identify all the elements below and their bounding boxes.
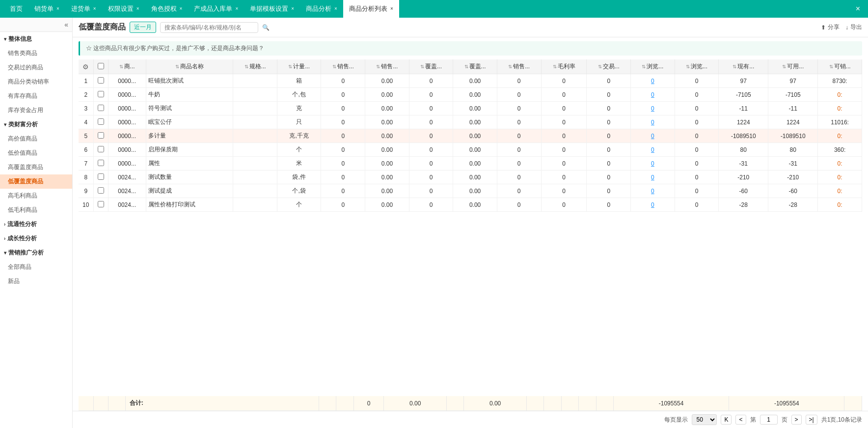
row-checkbox[interactable] (93, 129, 108, 143)
row-select-checkbox[interactable] (98, 160, 104, 166)
sidebar-item-all-goods[interactable]: 全部商品 (0, 260, 72, 274)
row-checkbox[interactable] (93, 115, 108, 129)
sidebar-section-marketing[interactable]: ▾ 营销推广分析 (0, 246, 72, 260)
nav-item-product-analysis[interactable]: 商品分析 × (300, 0, 343, 18)
row-select-checkbox[interactable] (98, 146, 104, 152)
column-name[interactable]: ⇅商品名称 (146, 59, 233, 74)
column-current[interactable]: ⇅现有... (719, 59, 768, 74)
sidebar-item-in-stock[interactable]: 有库存商品 (0, 89, 72, 103)
sidebar-item-capital-occupation[interactable]: 库存资金占用 (0, 103, 72, 117)
close-icon[interactable]: × (56, 0, 59, 18)
column-available[interactable]: ⇅可用... (768, 59, 818, 74)
search-input[interactable] (160, 22, 258, 33)
row-checkbox[interactable] (93, 102, 108, 115)
nav-item-template-settings[interactable]: 单据模板设置 × (244, 0, 300, 18)
nav-item-permissions[interactable]: 权限设置 × (102, 0, 145, 18)
row-browse1[interactable]: 0 (631, 198, 675, 212)
search-icon[interactable]: 🔍 (262, 24, 270, 31)
info-banner: ☆ 这些商品只有很少客户购买过，是推广不够，还是商品本身问题？ (79, 41, 862, 56)
sidebar-item-high-value[interactable]: 高价值商品 (0, 132, 72, 146)
close-icon[interactable]: × (235, 0, 238, 18)
row-select-checkbox[interactable] (98, 77, 104, 84)
column-browse1[interactable]: ⇅浏览... (631, 59, 675, 74)
row-checkbox[interactable] (93, 184, 108, 198)
row-checkbox[interactable] (93, 74, 108, 88)
page-input[interactable] (760, 415, 778, 425)
column-code[interactable]: ⇅商... (108, 59, 146, 74)
close-icon[interactable]: × (334, 0, 337, 18)
row-checkbox[interactable] (93, 143, 108, 157)
row-browse1[interactable]: 0 (631, 184, 675, 198)
sidebar-item-traded-goods[interactable]: 交易过的商品 (0, 60, 72, 75)
row-checkbox[interactable] (93, 157, 108, 171)
nav-item-roles[interactable]: 角色授权 × (145, 0, 189, 18)
sort-icon: ⇅ (642, 64, 646, 69)
sidebar-item-new-goods[interactable]: 新品 (0, 274, 72, 288)
column-settings[interactable]: ⚙ (79, 59, 93, 74)
next-page-button[interactable]: > (791, 415, 802, 425)
row-browse1[interactable]: 0 (631, 157, 675, 171)
nav-item-finished-goods[interactable]: 产成品入库单 × (188, 0, 244, 18)
sidebar-item-low-margin[interactable]: 低毛利商品 (0, 203, 72, 217)
per-page-select[interactable]: 50 20 100 200 (692, 414, 717, 425)
row-select-checkbox[interactable] (98, 132, 104, 139)
column-coverage1[interactable]: ⇅覆盖... (409, 59, 453, 74)
sidebar-item-category-rate[interactable]: 商品分类动销率 (0, 75, 72, 89)
row-coverage2: 0.00 (453, 129, 497, 143)
first-page-button[interactable]: K (721, 415, 732, 425)
close-icon[interactable]: × (93, 0, 96, 18)
column-margin[interactable]: ⇅毛利率 (541, 59, 587, 74)
row-select-checkbox[interactable] (98, 105, 104, 111)
nav-item-sales[interactable]: 销货单 × (28, 0, 65, 18)
sidebar-item-sales-goods[interactable]: 销售类商品 (0, 46, 72, 60)
export-button[interactable]: ↓ 导出 (845, 23, 862, 31)
row-browse1[interactable]: 0 (631, 88, 675, 102)
sidebar-item-high-coverage[interactable]: 高覆盖度商品 (0, 160, 72, 174)
row-browse1[interactable]: 0 (631, 129, 675, 143)
row-browse1[interactable]: 0 (631, 171, 675, 184)
settings-icon[interactable]: ⚙ (82, 63, 89, 71)
row-select-checkbox[interactable] (98, 118, 104, 125)
sidebar-section-wealth[interactable]: ▾ 类财富分析 (0, 117, 72, 132)
nav-item-purchase[interactable]: 进货单 × (65, 0, 102, 18)
share-button[interactable]: ⬆ 分享 (821, 23, 840, 31)
sidebar-section-overall[interactable]: ▾ 整体信息 (0, 32, 72, 46)
column-sellable[interactable]: ⇅可销... (818, 59, 862, 74)
close-icon[interactable]: × (291, 0, 294, 18)
sidebar-item-low-coverage[interactable]: 低覆盖度商品 (0, 174, 72, 189)
row-browse1[interactable]: 0 (631, 115, 675, 129)
sidebar-section-liquidity[interactable]: › 流通性分析 (0, 217, 72, 231)
close-icon[interactable]: × (180, 0, 183, 18)
column-spec[interactable]: ⇅规格... (233, 59, 277, 74)
row-checkbox[interactable] (93, 88, 108, 102)
column-transaction[interactable]: ⇅交易... (587, 59, 631, 74)
row-select-checkbox[interactable] (98, 201, 104, 207)
row-select-checkbox[interactable] (98, 91, 104, 97)
sidebar-item-low-value[interactable]: 低价值商品 (0, 146, 72, 160)
sidebar-collapse-button[interactable]: « (64, 21, 68, 29)
nav-item-home[interactable]: 首页 (4, 0, 28, 18)
column-sales2[interactable]: ⇅销售... (365, 59, 409, 74)
column-unit[interactable]: ⇅计量... (277, 59, 321, 74)
row-select-checkbox[interactable] (98, 173, 104, 180)
row-browse1[interactable]: 0 (631, 102, 675, 115)
nav-item-product-analysis-list[interactable]: 商品分析列表 × (343, 0, 399, 18)
row-select-checkbox[interactable] (98, 187, 104, 194)
close-icon[interactable]: × (136, 0, 139, 18)
column-sales1[interactable]: ⇅销售... (321, 59, 365, 74)
last-page-button[interactable]: >| (806, 415, 817, 425)
row-browse1[interactable]: 0 (631, 74, 675, 88)
close-icon[interactable]: × (390, 0, 393, 18)
column-browse2[interactable]: ⇅浏览... (675, 59, 719, 74)
date-filter-button[interactable]: 近一月 (130, 22, 156, 33)
window-close-button[interactable]: × (852, 4, 864, 13)
row-browse1[interactable]: 0 (631, 143, 675, 157)
select-all-checkbox[interactable] (98, 63, 104, 69)
column-coverage2[interactable]: ⇅覆盖... (453, 59, 497, 74)
row-checkbox[interactable] (93, 198, 108, 212)
prev-page-button[interactable]: < (735, 415, 746, 425)
sidebar-section-growth[interactable]: › 成长性分析 (0, 231, 72, 246)
row-checkbox[interactable] (93, 171, 108, 184)
sidebar-item-high-margin[interactable]: 高毛利商品 (0, 189, 72, 203)
column-sales3[interactable]: ⇅销售... (497, 59, 541, 74)
